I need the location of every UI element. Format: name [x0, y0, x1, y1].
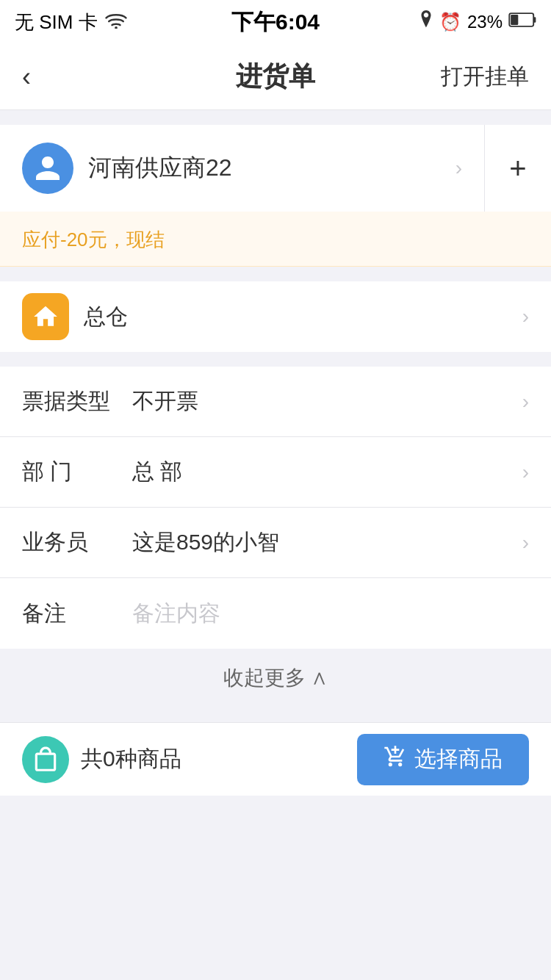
- select-product-button[interactable]: 选择商品: [357, 734, 529, 785]
- collapse-label: 收起更多 ∧: [223, 664, 328, 692]
- department-row[interactable]: 部 门 总 部 ›: [0, 437, 551, 508]
- alarm-icon: ⏰: [439, 12, 461, 32]
- nav-bar: ‹ 进货单 打开挂单: [0, 44, 551, 110]
- warning-banner: 应付-20元，现结: [0, 212, 551, 267]
- salesperson-label: 业务员: [22, 527, 118, 558]
- department-value: 总 部: [118, 457, 515, 487]
- supplier-select-row[interactable]: 河南供应商22 ›: [0, 125, 485, 212]
- collapse-bar[interactable]: 收起更多 ∧: [0, 649, 551, 707]
- form-section: 票据类型 不开票 › 部 门 总 部 › 业务员 这是859的小智 › 备注 备…: [0, 367, 551, 649]
- salesperson-value: 这是859的小智: [118, 527, 515, 558]
- invoice-type-chevron-icon: ›: [522, 390, 529, 414]
- warning-text: 应付-20元，现结: [22, 228, 165, 251]
- remark-input[interactable]: 备注内容: [118, 599, 529, 629]
- status-time: 下午6:04: [231, 7, 320, 37]
- wifi-icon: [105, 11, 127, 34]
- product-count-text: 共0种商品: [81, 744, 181, 774]
- gap-1: [0, 110, 551, 125]
- select-product-label: 选择商品: [414, 744, 503, 774]
- cart-plus-icon: [383, 745, 407, 774]
- gap-4: [0, 707, 551, 722]
- remark-row[interactable]: 备注 备注内容: [0, 578, 551, 649]
- svg-point-0: [115, 26, 118, 28]
- bottom-bar: 共0种商品 选择商品: [0, 722, 551, 796]
- department-label: 部 门: [22, 457, 118, 487]
- svg-rect-3: [511, 15, 518, 25]
- product-count-area: 共0种商品: [22, 736, 342, 783]
- supplier-avatar: [22, 143, 73, 194]
- location-icon: [419, 10, 433, 34]
- carrier-text: 无 SIM 卡: [15, 10, 98, 35]
- department-chevron-icon: ›: [522, 461, 529, 484]
- page-background: [0, 796, 551, 980]
- salesperson-row[interactable]: 业务员 这是859的小智 ›: [0, 508, 551, 578]
- battery-icon: [508, 12, 536, 32]
- gap-3: [0, 352, 551, 367]
- add-supplier-button[interactable]: +: [485, 125, 551, 212]
- back-button[interactable]: ‹: [22, 62, 31, 93]
- warehouse-icon: [22, 293, 69, 340]
- invoice-type-label: 票据类型: [22, 386, 118, 417]
- supplier-name: 河南供应商22: [88, 152, 448, 184]
- salesperson-chevron-icon: ›: [522, 531, 529, 555]
- page-title: 进货单: [236, 59, 315, 95]
- invoice-type-row[interactable]: 票据类型 不开票 ›: [0, 367, 551, 437]
- product-icon-wrap: [22, 736, 69, 783]
- status-bar: 无 SIM 卡 下午6:04 ⏰ 23%: [0, 0, 551, 44]
- open-pending-button[interactable]: 打开挂单: [441, 62, 529, 92]
- status-left: 无 SIM 卡: [15, 10, 127, 35]
- status-right: ⏰ 23%: [419, 10, 536, 34]
- remark-label: 备注: [22, 599, 118, 629]
- supplier-section: 河南供应商22 › +: [0, 125, 551, 212]
- warehouse-label: 总仓: [84, 302, 515, 332]
- svg-rect-2: [533, 17, 536, 23]
- gap-2: [0, 267, 551, 281]
- shopping-bag-icon: [32, 746, 60, 774]
- battery-text: 23%: [467, 12, 503, 32]
- warehouse-row[interactable]: 总仓 ›: [0, 281, 551, 352]
- supplier-chevron-icon: ›: [455, 156, 462, 180]
- warehouse-section: 总仓 ›: [0, 281, 551, 352]
- invoice-type-value: 不开票: [118, 386, 515, 417]
- warehouse-chevron-icon: ›: [522, 305, 529, 328]
